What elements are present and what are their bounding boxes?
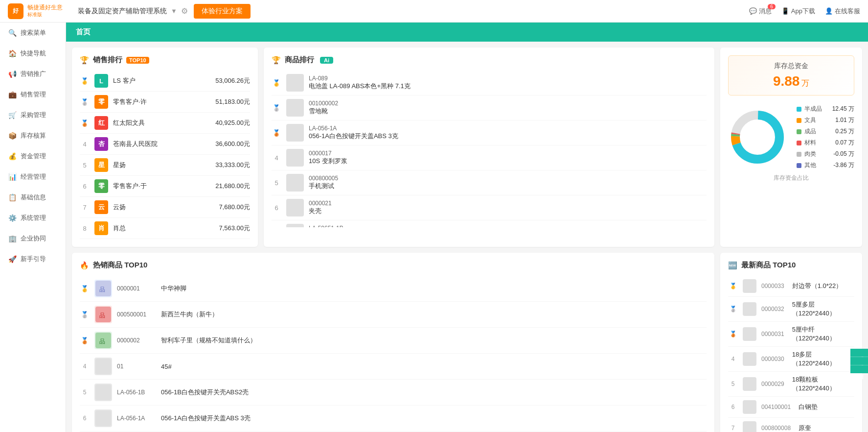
- bp-name-6: 夹壳: [309, 207, 707, 216]
- legend-label-1: 半成品: [804, 105, 829, 113]
- newest-products-title: 🆕 最新商品 TOP10: [728, 261, 854, 270]
- hot-thumb-2: 品: [94, 306, 112, 323]
- hot-code-5: LA-056-1B: [117, 389, 156, 396]
- newest-code-7: 000800008: [761, 425, 791, 432]
- hot-name-4: 45#: [161, 363, 172, 370]
- best-product-list: 🥇 LA-089 电池盖 LA-089 ABS本色+黑种 7.1克 🥈: [272, 71, 707, 227]
- sidebar-item-corp[interactable]: 🏢 企业协同: [0, 228, 66, 249]
- bp-info-5: 000800005 手机测试: [309, 175, 707, 191]
- hot-item-5: 5 LA-056-1B 056-1B白色按键开关壳ABS2壳: [80, 380, 707, 406]
- rank-num-2: 🥈: [80, 98, 90, 106]
- rank-num-4: 4: [80, 141, 90, 148]
- legend-label-4: 材料: [804, 139, 832, 147]
- newest-item-3: 🥉 0000031 5厘中纤（1220*2440）: [728, 322, 854, 347]
- sidebar-item-operation[interactable]: 📊 经营管理: [0, 167, 66, 187]
- sidebar-item-marketing[interactable]: 📢 营销推广: [0, 64, 66, 84]
- bp-thumb-1: [286, 74, 304, 92]
- customer-rank-card: 🏆 销售排行 TOP10 🥇 L LS 客户 53,006.26元 🥈 零 零售…: [72, 48, 258, 247]
- best-product-3: 🥉 LA-056-1A 056-1A白色按键开关盖ABS 3克: [272, 120, 707, 145]
- try-button[interactable]: 体验行业方案: [194, 4, 251, 19]
- newest-item-7: 7 000800008 原奎: [728, 418, 854, 432]
- chart-legend: 半成品 12.45 万 文具 1.01 万 成品 0.25 万: [797, 103, 854, 171]
- hot-name-6: 056-1A白色按键开关盖ABS 3壳: [161, 414, 251, 423]
- sidebar-item-purchase[interactable]: 🛒 采购管理: [0, 105, 66, 125]
- rank-value-1: 53,006.26元: [215, 76, 250, 85]
- newest-thumb-2: [743, 302, 756, 316]
- svg-rect-6: [288, 226, 302, 227]
- float-live-btn[interactable]: 直播: [850, 365, 868, 373]
- newest-item-6: 6 004100001 白钢垫: [728, 397, 854, 418]
- svg-rect-5: [288, 201, 302, 215]
- legend-value-5: -0.05 万: [833, 150, 854, 158]
- newest-code-5: 0000029: [761, 381, 784, 387]
- bp-name-3: 056-1A白色按键开关盖ABS 3克: [309, 132, 707, 141]
- sidebar-item-finance[interactable]: 💰 资金管理: [0, 146, 66, 167]
- newest-code-4: 0000030: [761, 356, 784, 362]
- message-item[interactable]: 💬 消息 6: [749, 7, 772, 16]
- sales-icon: 💼: [8, 90, 17, 99]
- logo-icon: 好: [8, 3, 23, 19]
- newest-rank-6: 6: [728, 404, 738, 410]
- bp-thumb-3: [286, 124, 304, 142]
- best-product-card: 🏆 商品排行 Ai 🥇 LA-089 电池盖 LA-089 ABS本色+黑种 7…: [264, 48, 714, 247]
- avatar-6: 零: [94, 179, 108, 193]
- rank-name-2: 零售客户·许: [113, 97, 210, 106]
- hot-products-title: 🔥 热销商品 TOP10: [80, 261, 707, 270]
- rank-name-4: 苍南县人民医院: [113, 140, 210, 148]
- newest-rank-1: 🥇: [728, 283, 738, 289]
- sidebar-item-search[interactable]: 🔍 搜索菜单: [0, 23, 66, 43]
- system-selector[interactable]: 装备及固定资产辅助管理系统 ▼: [78, 7, 177, 16]
- gear-icon[interactable]: ⚙: [181, 6, 188, 16]
- bp-code-7: LA-59651-1B: [309, 225, 707, 227]
- sidebar: 🔍 搜索菜单 🏠 快捷导航 📢 营销推广 💼 销售管理 🛒 采购管理 📦 库存核…: [0, 23, 66, 432]
- svg-rect-4: [288, 176, 302, 190]
- search-icon: 🔍: [8, 28, 17, 37]
- sidebar-item-inventory[interactable]: 📦 库存核算: [0, 125, 66, 146]
- newest-products-list: 🥇 0000033 封边带（1.0*22） 🥈 0000032 5厘多层（122…: [728, 276, 854, 432]
- best-product-4: 4 0000017 10S 变刹罗浆: [272, 145, 707, 170]
- rank-value-5: 33,333.00元: [215, 161, 250, 169]
- bp-name-2: 雪地靴: [309, 107, 707, 116]
- sidebar-item-system[interactable]: ⚙️ 系统管理: [0, 208, 66, 228]
- bp-thumb-7: [286, 224, 304, 227]
- rank-item-5: 5 星 星扬 33,333.00元: [80, 155, 250, 176]
- dropdown-arrow-icon[interactable]: ▼: [171, 7, 177, 15]
- newest-code-2: 0000032: [761, 306, 784, 312]
- legend-label-5: 肉类: [804, 150, 830, 158]
- sidebar-item-sales[interactable]: 💼 销售管理: [0, 84, 66, 105]
- bp-name-4: 10S 变刹罗浆: [309, 157, 707, 166]
- legend-dot-5: [797, 152, 801, 157]
- hot-name-5: 056-1B白色按键开关壳ABS2壳: [161, 388, 249, 397]
- legend-label-2: 文具: [804, 116, 832, 124]
- legend-item-4: 材料 0.07 万: [797, 137, 854, 148]
- newest-rank-4: 4: [728, 356, 738, 362]
- purchase-icon: 🛒: [8, 111, 17, 120]
- float-service-btn[interactable]: 客服热线: [850, 349, 868, 357]
- marketing-icon: 📢: [8, 70, 17, 78]
- rank-item-6: 6 零 零售客户·于 21,680.00元: [80, 176, 250, 197]
- legend-value-6: -3.86 万: [833, 161, 854, 169]
- rank-value-3: 40,925.00元: [215, 119, 250, 127]
- inventory-card: 库存总资金 9.88 万: [720, 48, 862, 247]
- hot-thumb-4: [94, 358, 112, 375]
- rank-item-4: 4 杏 苍南县人民医院 36,600.00元: [80, 134, 250, 155]
- float-community-btn[interactable]: 服务社区: [850, 357, 868, 365]
- app-download-item[interactable]: 📱 App下载: [781, 7, 815, 16]
- hot-code-3: 0000002: [117, 337, 156, 344]
- sidebar-item-basic[interactable]: 📋 基础信息: [0, 187, 66, 208]
- inventory-unit: 万: [801, 79, 809, 87]
- sidebar-label-finance: 资金管理: [21, 152, 46, 161]
- rank-name-7: 云扬: [113, 203, 214, 212]
- hot-code-2: 000500001: [117, 311, 156, 318]
- svg-rect-0: [288, 76, 302, 90]
- rank-value-2: 51,183.00元: [215, 97, 250, 106]
- svg-rect-27: [744, 353, 755, 365]
- bp-rank-3: 🥉: [272, 129, 281, 137]
- sidebar-item-nav[interactable]: 🏠 快捷导航: [0, 43, 66, 64]
- service-item[interactable]: 👤 在线客服: [825, 7, 860, 16]
- sidebar-item-guide[interactable]: 🚀 新手引导: [0, 249, 66, 269]
- hot-item-2: 🥈 品 000500001 新西兰牛肉（新牛）: [80, 302, 707, 328]
- hot-thumb-6: [94, 409, 112, 427]
- bp-info-7: LA-59651-1B 59651-1B旋转投影灯电池盒ABS黑色+58克: [309, 225, 707, 227]
- home-icon: 🏠: [8, 49, 17, 58]
